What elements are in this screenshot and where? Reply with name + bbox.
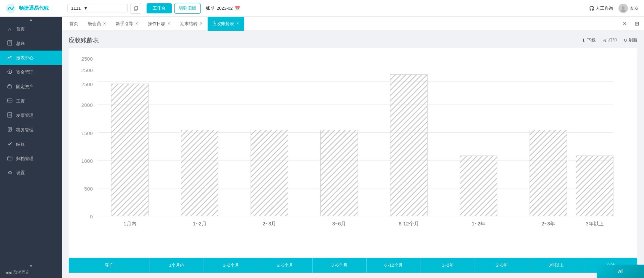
sidebar-item-invoice[interactable]: 发票管理 <box>0 108 62 123</box>
workbench-button[interactable]: 工作台 <box>147 3 172 13</box>
consult-button[interactable]: 🎧 人工咨询 <box>589 5 613 11</box>
page-content: 应收账龄表 ⬇ 下载 🖨 打印 ↻ 刷新 <box>62 31 644 278</box>
tab-close-icon[interactable]: ✕ <box>236 21 239 26</box>
col-label: 1个月内 <box>169 262 184 268</box>
tab-ar-aging[interactable]: 应收账龄表 ✕ <box>208 17 244 31</box>
svg-rect-12 <box>8 86 12 88</box>
table-col-2-3year: 2~3年 <box>475 258 529 273</box>
svg-text:0: 0 <box>90 214 93 219</box>
table-col-1-2month: 1~2个月 <box>204 258 258 273</box>
page-title: 应收账龄表 <box>69 36 99 44</box>
table-col-3year-plus: 3年以上 <box>529 258 584 273</box>
sidebar-item-ledger[interactable]: 总账 <box>0 36 62 51</box>
svg-text:1~2年: 1~2年 <box>472 221 485 226</box>
tab-period-end[interactable]: 期末结转 ✕ <box>175 17 208 31</box>
svg-rect-16 <box>8 113 12 117</box>
chevron-down-icon: ▼ <box>84 6 88 11</box>
svg-text:500: 500 <box>84 186 93 192</box>
download-icon: ⬇ <box>582 38 586 43</box>
col-label: 1~2个月 <box>223 262 239 268</box>
tax-icon <box>7 127 13 133</box>
ai-badge[interactable]: Ai <box>597 265 644 278</box>
ai-label: Ai <box>618 269 623 274</box>
logo-area: 畅捷通易代账 <box>5 3 67 14</box>
svg-rect-40 <box>111 84 149 216</box>
copy-icon <box>133 6 139 11</box>
sidebar-item-label: 首页 <box>16 26 25 32</box>
tab-label: 畅会员 <box>88 21 101 27</box>
sidebar-item-home[interactable]: ⌂ 首页 <box>0 22 62 36</box>
tab-label: 新手引导 <box>116 21 133 27</box>
app-name: 畅捷通易代账 <box>19 5 49 11</box>
user-info[interactable]: 友友 <box>619 4 639 13</box>
sidebar-scroll-up[interactable]: ▲ <box>0 17 62 22</box>
sidebar-item-tax[interactable]: 税务管理 <box>0 123 62 137</box>
sidebar-item-funds[interactable]: $ 资金管理 <box>0 65 62 79</box>
svg-text:1月内: 1月内 <box>123 221 136 226</box>
headset-icon: 🎧 <box>589 6 594 11</box>
svg-text:1~2月: 1~2月 <box>193 221 207 226</box>
svg-text:3~6月: 3~6月 <box>332 221 346 226</box>
refresh-button[interactable]: ↻ 刷新 <box>624 37 637 43</box>
svg-rect-24 <box>8 156 11 157</box>
sidebar-scroll-down[interactable]: ▼ <box>0 263 62 269</box>
col-label: 3年以上 <box>548 262 564 268</box>
expand-tab-button[interactable]: ⊞ <box>632 19 641 28</box>
svg-rect-52 <box>530 130 567 216</box>
sidebar-item-settings[interactable]: ⚙ 设置 <box>0 166 62 180</box>
table-col-1month: 1个月内 <box>150 258 204 273</box>
sidebar-item-reports[interactable]: 报表中心 <box>0 51 62 65</box>
ledger-icon <box>7 40 13 47</box>
svg-text:2500: 2500 <box>82 67 93 73</box>
sidebar-item-label: 结账 <box>16 141 25 147</box>
switch-version-button[interactable]: 切到旧版 <box>174 3 201 14</box>
refresh-label: 刷新 <box>629 37 637 43</box>
fixed-assets-icon <box>7 83 13 90</box>
tab-label: 操作日志 <box>148 21 165 27</box>
tab-label: 应收账龄表 <box>212 21 234 27</box>
download-button[interactable]: ⬇ 下载 <box>582 37 596 43</box>
calendar-icon[interactable]: 📅 <box>235 6 240 11</box>
svg-text:$: $ <box>9 71 10 74</box>
copy-button[interactable] <box>130 3 141 14</box>
table-col-customer: 客户 <box>69 258 150 273</box>
svg-point-4 <box>621 9 626 12</box>
funds-icon: $ <box>7 69 13 75</box>
sidebar-item-label: 报表中心 <box>16 55 34 61</box>
tab-member[interactable]: 畅会员 ✕ <box>83 17 111 31</box>
table-col-2-3month: 2~3个月 <box>258 258 313 273</box>
sidebar-item-fixed-assets[interactable]: 固定资产 <box>0 79 62 94</box>
header-right: 🎧 人工咨询 友友 <box>589 4 639 13</box>
user-name: 友友 <box>630 5 639 11</box>
sidebar-item-close[interactable]: 结账 <box>0 137 62 151</box>
svg-rect-44 <box>251 130 288 216</box>
svg-rect-46 <box>320 130 358 216</box>
col-label: 2~3年 <box>496 262 508 268</box>
sidebar-item-label: 归档管理 <box>16 156 34 162</box>
svg-text:1000: 1000 <box>82 158 93 164</box>
tab-close-icon[interactable]: ✕ <box>135 21 138 26</box>
page-actions: ⬇ 下载 🖨 打印 ↻ 刷新 <box>582 37 637 43</box>
avatar <box>619 4 628 13</box>
tab-home[interactable]: 首页 <box>65 17 83 31</box>
sidebar-item-archive[interactable]: 归档管理 <box>0 151 62 166</box>
svg-rect-23 <box>7 157 12 160</box>
company-selector[interactable]: 1111 ▼ <box>67 4 128 12</box>
tab-close-icon[interactable]: ✕ <box>167 21 170 26</box>
top-header: 畅捷通易代账 1111 ▼ 工作台 切到旧版 账期 2023-02 📅 🎧 人工… <box>0 0 644 17</box>
tab-operation-log[interactable]: 操作日志 ✕ <box>143 17 175 31</box>
print-button[interactable]: 🖨 打印 <box>602 37 617 43</box>
close-accounts-icon <box>7 141 13 147</box>
col-label: 客户 <box>105 262 113 268</box>
sidebar-item-salary[interactable]: 工资 <box>0 94 62 108</box>
period-label: 账期 <box>206 5 215 11</box>
tab-guide[interactable]: 新手引导 ✕ <box>111 17 143 31</box>
tab-bar-actions: ✕ ⊞ <box>620 19 641 28</box>
svg-text:1500: 1500 <box>82 130 93 136</box>
close-tab-button[interactable]: ✕ <box>620 19 629 28</box>
col-label: 2~3个月 <box>277 262 293 268</box>
reports-icon <box>7 55 13 61</box>
svg-rect-48 <box>390 74 427 216</box>
tab-close-icon[interactable]: ✕ <box>200 21 203 26</box>
tab-close-icon[interactable]: ✕ <box>103 21 106 26</box>
